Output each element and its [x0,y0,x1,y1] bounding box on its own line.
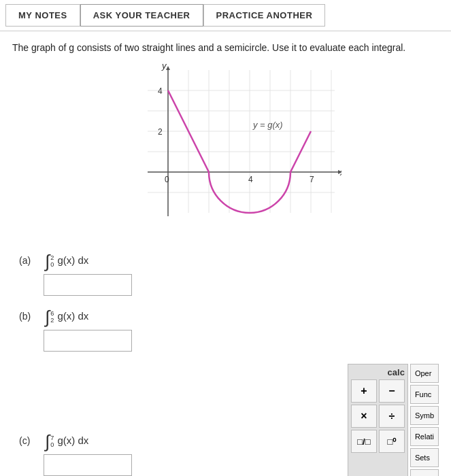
ask-teacher-button[interactable]: ASK YOUR TEACHER [80,4,203,27]
problem-c-col: (c) ∫70 g(x) dx [19,432,348,476]
upper-b: 6 [50,310,54,317]
main-content: The graph of g consists of two straight … [0,31,451,476]
lower-b: 2 [50,317,54,324]
lower-a: 0 [50,261,54,268]
svg-text:4: 4 [248,175,253,184]
calc-minus[interactable]: − [379,379,405,403]
upper-c: 7 [50,435,54,441]
integral-symbol-a: ∫ [45,251,50,271]
part-b-integral: ∫62 g(x) dx [45,308,88,326]
calc-sets-label[interactable]: Sets [410,448,439,467]
calc-superscript[interactable]: □⁰ [379,430,405,453]
answer-input-a[interactable] [44,274,132,296]
problem-a-label: (a) ∫20 g(x) dx [19,252,439,270]
calc-multiply[interactable]: × [351,405,377,428]
problem-b-label: (b) ∫62 g(x) dx [19,308,439,326]
part-c-letter: (c) [19,432,38,446]
calc-panel: calc + − × ÷ □/□ □⁰ Oper Func Symb Relat… [348,364,439,476]
graph-svg: x y 0 4 7 2 4 y = g(x) [110,63,341,240]
svg-text:7: 7 [310,175,314,184]
upper-a: 2 [50,254,54,261]
answer-input-c[interactable] [44,454,132,476]
part-a-limits: 20 [50,254,54,268]
svg-text:4: 4 [158,86,163,96]
problem-description: The graph of g consists of two straight … [12,41,439,55]
problem-b: (b) ∫62 g(x) dx [19,308,439,352]
calc-title: calc [351,367,405,379]
part-a-letter: (a) [19,252,38,266]
part-b-letter: (b) [19,308,38,322]
problems-section: (a) ∫20 g(x) dx (b) ∫62 g(x) dx [12,252,439,476]
part-c-integral: ∫70 g(x) dx [45,432,88,450]
problem-a: (a) ∫20 g(x) dx [19,252,439,296]
integral-symbol-c: ∫ [45,431,50,452]
calc-main: calc + − × ÷ □/□ □⁰ [348,364,408,476]
svg-text:y = g(x): y = g(x) [252,120,283,130]
svg-text:2: 2 [158,127,163,137]
practice-another-button[interactable]: PRACTICE ANOTHER [203,4,326,27]
calc-fraction[interactable]: □/□ [351,430,377,453]
problem-c: (c) ∫70 g(x) dx [19,432,348,476]
my-notes-button[interactable]: MY NOTES [5,4,80,27]
calc-divide[interactable]: ÷ [379,405,405,428]
part-c-integrand: g(x) dx [57,435,88,446]
toolbar: MY NOTES ASK YOUR TEACHER PRACTICE ANOTH… [0,0,451,31]
integral-symbol-b: ∫ [45,307,50,327]
part-a-integral: ∫20 g(x) dx [45,252,88,270]
calc-buttons: + − × ÷ □/□ □⁰ [351,379,405,453]
part-b-limits: 62 [50,310,54,324]
part-c-limits: 70 [50,435,54,448]
calc-relati-label[interactable]: Relati [410,427,439,446]
answer-input-b[interactable] [44,330,132,352]
graph-container: x y 0 4 7 2 4 y = g(x) [12,63,439,240]
calc-open-label[interactable]: Oper [410,364,439,383]
calc-symb-label[interactable]: Symb [410,406,439,425]
lower-c: 0 [50,441,54,448]
part-a-integrand: g(x) dx [57,254,88,266]
calc-side-labels: Oper Func Symb Relati Sets Vecto [410,364,439,476]
svg-text:0: 0 [165,175,169,184]
svg-text:x: x [339,167,341,177]
calc-func-label[interactable]: Func [410,385,439,404]
calc-vector-label[interactable]: Vecto [410,469,439,476]
problem-c-label: (c) ∫70 g(x) dx [19,432,348,450]
calc-plus[interactable]: + [351,379,377,403]
svg-marker-18 [166,66,170,70]
part-b-integrand: g(x) dx [57,310,88,322]
